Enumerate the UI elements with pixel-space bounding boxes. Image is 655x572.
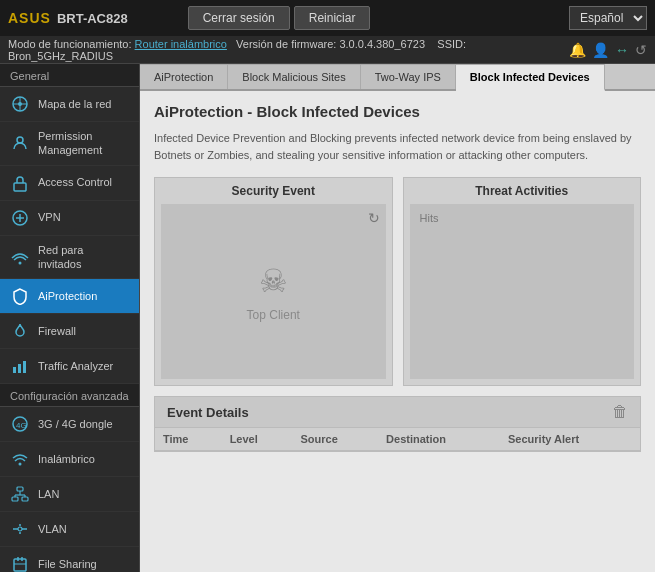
svg-rect-5	[14, 183, 26, 191]
svg-point-4	[17, 137, 23, 143]
event-details-section: Event Details 🗑 Time Level Source Destin…	[154, 396, 641, 452]
header: ASUS BRT-AC828 Cerrar sesión Reiniciar E…	[0, 0, 655, 36]
asus-logo: ASUS	[8, 10, 51, 26]
sidebar-item-permission[interactable]: Permission Management	[0, 122, 139, 166]
dongle-icon: 4G	[10, 414, 30, 434]
permission-icon	[10, 133, 30, 153]
svg-point-13	[19, 463, 22, 466]
svg-rect-10	[23, 361, 26, 373]
logo-area: ASUS BRT-AC828	[8, 10, 128, 26]
sidebar-label-file-sharing: File Sharing	[38, 557, 97, 571]
vpn-icon	[10, 208, 30, 228]
threat-activities-panel: Threat Activities Hits	[403, 177, 642, 386]
tab-block-malicious[interactable]: Block Malicious Sites	[228, 64, 360, 89]
language-select[interactable]: Español	[569, 6, 647, 30]
network-icon: ↔	[615, 42, 629, 58]
file-sharing-icon	[10, 554, 30, 572]
shield-icon	[10, 286, 30, 306]
svg-point-7	[19, 261, 22, 264]
col-time: Time	[155, 428, 222, 451]
tab-aiprotection[interactable]: AiProtection	[140, 64, 228, 89]
ssid-label: SSID:	[437, 38, 466, 50]
reiniciar-button[interactable]: Reiniciar	[294, 6, 371, 30]
sidebar-item-vpn[interactable]: VPN	[0, 201, 139, 236]
version-label: Versión de firmware:	[236, 38, 336, 50]
model-name: BRT-AC828	[57, 11, 128, 26]
mode-link[interactable]: Router inalámbrico	[135, 38, 227, 50]
page-description: Infected Device Prevention and Blocking …	[154, 130, 641, 163]
sidebar-label-mapa-red: Mapa de la red	[38, 97, 111, 111]
svg-text:4G: 4G	[16, 421, 27, 430]
sidebar-item-vlan[interactable]: VLAN	[0, 512, 139, 547]
page-title: AiProtection - Block Infected Devices	[154, 103, 641, 120]
col-level: Level	[222, 428, 293, 451]
sidebar-item-access-control[interactable]: Access Control	[0, 166, 139, 201]
security-event-panel: Security Event ☠ Top Client ↻	[154, 177, 393, 386]
sidebar-item-lan[interactable]: LAN	[0, 477, 139, 512]
tab-two-way-ips[interactable]: Two-Way IPS	[361, 64, 456, 89]
guest-network-icon	[10, 247, 30, 267]
svg-rect-8	[13, 367, 16, 373]
event-details-title: Event Details	[167, 405, 249, 420]
header-buttons: Cerrar sesión Reiniciar	[188, 6, 371, 30]
cerrar-sesion-button[interactable]: Cerrar sesión	[188, 6, 290, 30]
user-icon: 👤	[592, 42, 609, 58]
svg-rect-22	[14, 559, 26, 571]
ssid-value: Bron_5GHz_RADIUS	[8, 50, 113, 62]
status-text: Modo de funcionamiento: Router inalámbri…	[8, 38, 569, 62]
sidebar-label-permission: Permission Management	[38, 129, 129, 158]
sidebar-item-inalambrico[interactable]: Inalámbrico	[0, 442, 139, 477]
charts-row: Security Event ☠ Top Client ↻ Threat Act…	[154, 177, 641, 386]
sidebar-label-inalambrico: Inalámbrico	[38, 452, 95, 466]
lan-icon	[10, 484, 30, 504]
firmware-version: 3.0.0.4.380_6723	[339, 38, 425, 50]
sidebar-label-red-invitados: Red para invitados	[38, 243, 129, 272]
sidebar-label-vpn: VPN	[38, 210, 61, 224]
col-security-alert: Security Alert	[500, 428, 640, 451]
content-area: AiProtection Block Malicious Sites Two-W…	[140, 64, 655, 572]
sidebar-label-vlan: VLAN	[38, 522, 67, 536]
wireless-icon	[10, 449, 30, 469]
event-table: Time Level Source Destination Security A…	[155, 428, 640, 451]
event-details-header: Event Details 🗑	[155, 397, 640, 428]
modo-label: Modo de funcionamiento:	[8, 38, 132, 50]
sidebar-item-3g-dongle[interactable]: 4G 3G / 4G dongle	[0, 407, 139, 442]
security-event-title: Security Event	[161, 184, 386, 198]
sidebar-label-lan: LAN	[38, 487, 59, 501]
sidebar-label-3g: 3G / 4G dongle	[38, 417, 113, 431]
svg-rect-14	[17, 487, 23, 491]
refresh-icon[interactable]: ↺	[635, 42, 647, 58]
vlan-icon	[10, 519, 30, 539]
lock-icon	[10, 173, 30, 193]
status-icons: 🔔 👤 ↔ ↺	[569, 42, 647, 58]
sidebar-item-file-sharing[interactable]: File Sharing	[0, 547, 139, 572]
trash-icon[interactable]: 🗑	[612, 403, 628, 421]
skull-icon: ☠	[259, 262, 288, 300]
sidebar-item-mapa-red[interactable]: Mapa de la red	[0, 87, 139, 122]
threat-activities-title: Threat Activities	[410, 184, 635, 198]
sidebar-label-aiprotection: AiProtection	[38, 289, 97, 303]
tab-bar: AiProtection Block Malicious Sites Two-W…	[140, 64, 655, 91]
sidebar-label-traffic-analyzer: Traffic Analyzer	[38, 359, 113, 373]
sidebar-section-general: General	[0, 64, 139, 87]
sidebar-section-avanzada: Configuración avanzada	[0, 384, 139, 407]
tab-block-infected[interactable]: Block Infected Devices	[456, 64, 605, 91]
col-destination: Destination	[378, 428, 500, 451]
reload-security-icon[interactable]: ↻	[368, 210, 380, 226]
sidebar-label-firewall: Firewall	[38, 324, 76, 338]
security-event-chart: ☠ Top Client ↻	[161, 204, 386, 379]
sidebar-item-firewall[interactable]: Firewall	[0, 314, 139, 349]
hits-label: Hits	[420, 212, 439, 224]
sidebar-item-aiprotection[interactable]: AiProtection	[0, 279, 139, 314]
svg-rect-16	[22, 497, 28, 501]
status-bar: Modo de funcionamiento: Router inalámbri…	[0, 36, 655, 64]
sidebar: General Mapa de la red Permission Manage…	[0, 64, 140, 572]
sidebar-item-traffic-analyzer[interactable]: Traffic Analyzer	[0, 349, 139, 384]
top-client-label: Top Client	[247, 308, 300, 322]
sidebar-label-access-control: Access Control	[38, 175, 112, 189]
firewall-icon	[10, 321, 30, 341]
svg-rect-15	[12, 497, 18, 501]
svg-rect-9	[18, 364, 21, 373]
sidebar-item-red-invitados[interactable]: Red para invitados	[0, 236, 139, 280]
content-inner: AiProtection - Block Infected Devices In…	[140, 91, 655, 464]
